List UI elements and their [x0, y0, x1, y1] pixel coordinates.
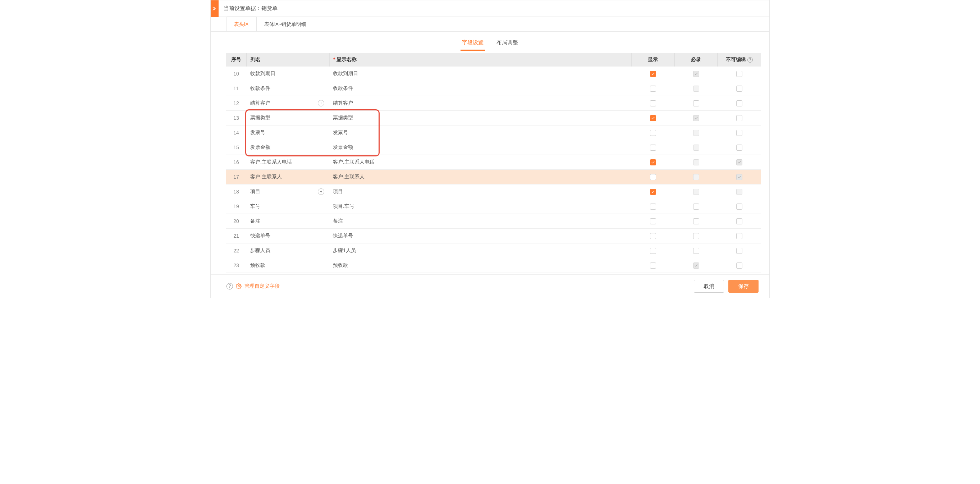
- show-checkbox[interactable]: [650, 233, 656, 239]
- required-checkbox: [693, 189, 699, 195]
- cell-display-name[interactable]: 备注: [329, 214, 631, 229]
- cell-required: [675, 67, 718, 81]
- required-checkbox[interactable]: [693, 218, 699, 224]
- cell-show: [631, 81, 675, 96]
- lock-checkbox[interactable]: [736, 233, 742, 239]
- cell-required: [675, 140, 718, 155]
- cell-required: [675, 258, 718, 273]
- table-row: 17客户.主联系人客户.主联系人: [226, 170, 761, 185]
- cell-seq: 16: [226, 155, 247, 170]
- manage-custom-fields-link[interactable]: 管理自定义字段: [245, 283, 280, 290]
- cell-display-name[interactable]: 票据类型: [329, 111, 631, 126]
- add-sub-field-button[interactable]: +: [318, 100, 324, 107]
- lock-checkbox[interactable]: [736, 100, 742, 107]
- cell-display-name[interactable]: 客户.主联系人: [329, 170, 631, 185]
- cell-seq: 14: [226, 126, 247, 140]
- sub-tab-1[interactable]: 布局调整: [495, 39, 519, 51]
- table-row: 12结算客户+结算客户: [226, 96, 761, 111]
- show-checkbox[interactable]: [650, 248, 656, 254]
- cell-required: [675, 155, 718, 170]
- show-checkbox[interactable]: [650, 100, 656, 107]
- show-checkbox[interactable]: [650, 71, 656, 77]
- lock-checkbox[interactable]: [736, 263, 742, 269]
- show-checkbox[interactable]: [650, 204, 656, 210]
- save-button[interactable]: 保存: [729, 280, 759, 293]
- cell-display-name[interactable]: 预收款: [329, 258, 631, 273]
- cell-show: [631, 244, 675, 258]
- required-checkbox: [693, 174, 699, 180]
- cell-display-name[interactable]: 项目.车号: [329, 199, 631, 214]
- cell-name: 票据类型: [247, 111, 329, 126]
- cell-required: [675, 229, 718, 244]
- svg-point-0: [238, 285, 239, 287]
- required-checkbox[interactable]: [693, 248, 699, 254]
- sub-tab-0[interactable]: 字段设置: [461, 39, 485, 51]
- lock-checkbox[interactable]: [736, 145, 742, 151]
- collapse-toggle[interactable]: [211, 0, 219, 17]
- required-checkbox: [693, 145, 699, 151]
- required-checkbox: [693, 86, 699, 92]
- lock-checkbox[interactable]: [736, 71, 742, 77]
- show-checkbox[interactable]: [650, 189, 656, 195]
- cell-show: [631, 126, 675, 140]
- cell-name: 快递单号: [247, 229, 329, 244]
- cell-show: [631, 155, 675, 170]
- tab-1[interactable]: 表体区-销货单明细: [257, 16, 314, 31]
- cell-show: [631, 214, 675, 229]
- cell-display-name[interactable]: 步骤1人员: [329, 244, 631, 258]
- tab-0[interactable]: 表头区: [226, 16, 257, 31]
- cell-required: [675, 126, 718, 140]
- cell-display-name[interactable]: 结算客户: [329, 96, 631, 111]
- cell-lock: [718, 126, 761, 140]
- header-bar: 当前设置单据：销货单: [211, 0, 769, 17]
- cell-lock: [718, 258, 761, 273]
- lock-checkbox[interactable]: [736, 115, 742, 121]
- cell-show: [631, 229, 675, 244]
- th-show: 显示: [631, 53, 675, 67]
- cell-display-name[interactable]: 发票号: [329, 126, 631, 140]
- required-checkbox[interactable]: [693, 100, 699, 107]
- cell-lock: [718, 96, 761, 111]
- cell-display-name[interactable]: 收款条件: [329, 81, 631, 96]
- help-icon[interactable]: ?: [748, 57, 753, 62]
- show-checkbox[interactable]: [650, 218, 656, 224]
- show-checkbox[interactable]: [650, 174, 656, 180]
- column-name-label: 客户.主联系人: [250, 174, 282, 180]
- required-checkbox: [693, 263, 699, 269]
- lock-checkbox[interactable]: [736, 218, 742, 224]
- show-checkbox[interactable]: [650, 159, 656, 166]
- lock-checkbox[interactable]: [736, 86, 742, 92]
- cell-display-name[interactable]: 发票金额: [329, 140, 631, 155]
- page-title: 当前设置单据：销货单: [224, 5, 278, 12]
- cell-required: [675, 170, 718, 185]
- cell-display-name[interactable]: 收款到期日: [329, 67, 631, 81]
- cancel-button[interactable]: 取消: [694, 280, 724, 293]
- show-checkbox[interactable]: [650, 86, 656, 92]
- help-icon[interactable]: ?: [226, 283, 233, 290]
- cell-show: [631, 185, 675, 199]
- table-row: 15发票金额发票金额: [226, 140, 761, 155]
- lock-checkbox[interactable]: [736, 204, 742, 210]
- cell-name: 客户.主联系人电话: [247, 155, 329, 170]
- cell-display-name[interactable]: 项目: [329, 185, 631, 199]
- show-checkbox[interactable]: [650, 145, 656, 151]
- lock-checkbox[interactable]: [736, 130, 742, 136]
- show-checkbox[interactable]: [650, 263, 656, 269]
- add-sub-field-button[interactable]: +: [318, 188, 324, 195]
- required-checkbox[interactable]: [693, 233, 699, 239]
- show-checkbox[interactable]: [650, 130, 656, 136]
- required-checkbox: [693, 115, 699, 121]
- lock-checkbox[interactable]: [736, 248, 742, 254]
- show-checkbox[interactable]: [650, 115, 656, 121]
- cell-required: [675, 214, 718, 229]
- column-name-label: 预收款: [250, 262, 265, 269]
- cell-seq: 15: [226, 140, 247, 155]
- cell-display-name[interactable]: 快递单号: [329, 229, 631, 244]
- table-row: 11收款条件收款条件: [226, 81, 761, 96]
- cell-required: [675, 81, 718, 96]
- required-checkbox[interactable]: [693, 204, 699, 210]
- cell-name: 车号: [247, 199, 329, 214]
- cell-show: [631, 170, 675, 185]
- cell-lock: [718, 140, 761, 155]
- cell-display-name[interactable]: 客户.主联系人电话: [329, 155, 631, 170]
